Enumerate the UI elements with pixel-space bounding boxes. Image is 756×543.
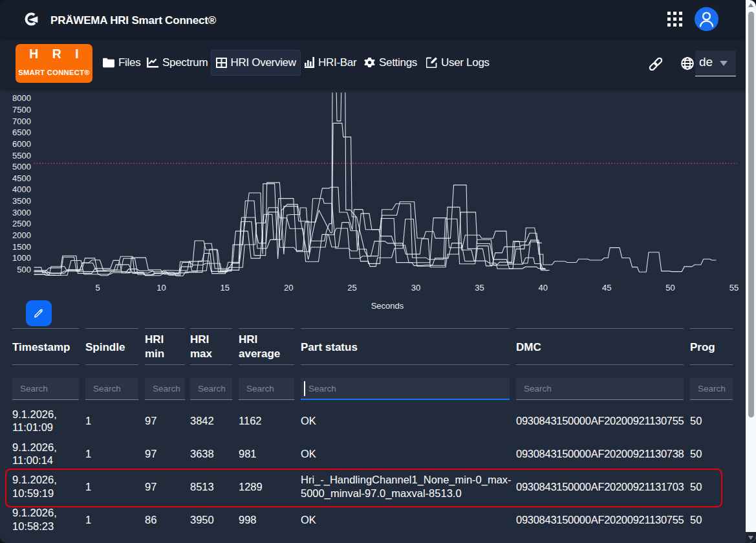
svg-text:15: 15 [221,283,230,293]
svg-text:20: 20 [284,283,293,293]
svg-text:1000: 1000 [12,253,31,263]
svg-text:25: 25 [347,283,356,293]
svg-text:500: 500 [17,265,31,274]
svg-text:4500: 4500 [12,173,31,183]
svg-text:6500: 6500 [12,127,31,137]
svg-text:55: 55 [729,283,739,293]
svg-text:Seconds: Seconds [371,301,404,311]
svg-text:5500: 5500 [12,151,31,161]
svg-text:45: 45 [602,283,611,293]
svg-text:8000: 8000 [12,93,31,103]
svg-text:7500: 7500 [12,105,31,115]
svg-text:2000: 2000 [12,230,31,240]
svg-text:2500: 2500 [12,219,31,228]
svg-text:10: 10 [157,283,166,293]
svg-text:35: 35 [475,283,484,293]
svg-text:6000: 6000 [12,139,31,149]
svg-text:7000: 7000 [12,116,31,126]
svg-text:3000: 3000 [12,208,31,217]
svg-text:40: 40 [539,283,548,293]
svg-text:5: 5 [95,283,100,293]
svg-text:3500: 3500 [12,196,31,206]
svg-text:30: 30 [411,283,420,293]
svg-text:50: 50 [665,283,675,293]
svg-text:5000: 5000 [12,162,31,172]
svg-text:1500: 1500 [12,242,31,252]
svg-text:4000: 4000 [12,184,31,194]
